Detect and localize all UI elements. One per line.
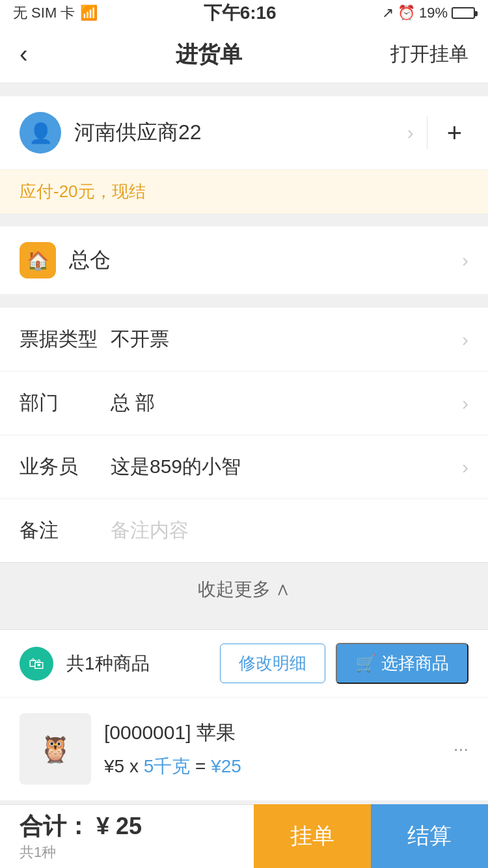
carrier-text: 无 SIM 卡: [13, 3, 75, 23]
remark-label: 备注: [20, 517, 98, 544]
battery-icon: [452, 7, 475, 19]
warehouse-icon: 🏠: [20, 242, 56, 278]
select-product-button[interactable]: 🛒 选择商品: [336, 643, 468, 684]
products-header: 🛍 共1种商品 修改明细 🛒 选择商品: [0, 629, 488, 697]
warehouse-symbol: 🏠: [27, 250, 49, 271]
supplier-avatar: 👤: [20, 112, 61, 154]
invoice-chevron-icon: ›: [462, 329, 468, 351]
wifi-icon: 📶: [80, 5, 98, 21]
product-title: 苹果: [197, 722, 236, 743]
notice-bar: 应付-20元，现结: [0, 170, 488, 213]
sales-row[interactable]: 业务员 这是859的小智 ›: [0, 435, 488, 498]
nav-bar: ‹ 进货单 打开挂单: [0, 26, 488, 83]
battery-text: 19%: [419, 5, 448, 21]
sales-label: 业务员: [20, 454, 98, 480]
warehouse-chevron-icon: ›: [462, 249, 468, 271]
checkout-button[interactable]: 结算: [371, 804, 488, 868]
supplier-chevron-icon: ›: [407, 122, 414, 144]
product-price: ¥5 x 5千克 = ¥25: [104, 754, 454, 779]
unit-price: ¥5: [104, 756, 124, 776]
dept-chevron-icon: ›: [462, 392, 468, 414]
cart-select-icon: 🛒: [355, 653, 376, 673]
dept-label: 部门: [20, 390, 98, 416]
divider-3: [0, 294, 488, 307]
warehouse-row[interactable]: 🏠 总仓 ›: [0, 226, 488, 294]
equals-sign: =: [195, 756, 211, 776]
supplier-section: 👤 河南供应商22 › + 应付-20元，现结: [0, 96, 488, 213]
product-total: ¥25: [211, 756, 241, 776]
price-sep: x: [129, 756, 144, 776]
hang-button[interactable]: 挂单: [254, 804, 371, 868]
open-hang-button[interactable]: 打开挂单: [390, 41, 468, 68]
sales-value: 这是859的小智: [98, 454, 462, 480]
invoice-value: 不开票: [98, 326, 462, 353]
warehouse-name: 总仓: [69, 246, 462, 275]
products-icon: 🛍: [20, 647, 53, 681]
back-button[interactable]: ‹: [20, 40, 28, 68]
edit-detail-button[interactable]: 修改明细: [220, 644, 325, 683]
product-info: [0000001] 苹果 ¥5 x 5千克 = ¥25: [104, 720, 454, 779]
products-count: 共1种商品: [66, 651, 220, 676]
invoice-label: 票据类型: [20, 326, 98, 353]
product-thumb-icon: 🦉: [39, 734, 72, 765]
select-product-label: 选择商品: [381, 652, 449, 675]
total-count: 共1种: [20, 843, 234, 862]
vertical-divider: [427, 116, 427, 149]
total-label: 合计：: [20, 813, 90, 839]
avatar-icon: 👤: [29, 122, 53, 144]
product-id: [0000001]: [104, 722, 191, 743]
warehouse-section: 🏠 总仓 ›: [0, 226, 488, 294]
divider-2: [0, 213, 488, 226]
product-name: [0000001] 苹果: [104, 720, 454, 746]
product-item: 🦉 [0000001] 苹果 ¥5 x 5千克 = ¥25 ···: [0, 697, 488, 800]
collapse-label: 收起更多 ∧: [198, 579, 291, 599]
total-value: ¥ 25: [96, 813, 142, 839]
total-section: 合计： ¥ 25 共1种: [0, 804, 254, 868]
supplier-name: 河南供应商22: [74, 118, 407, 147]
divider-1: [0, 83, 488, 96]
collapse-bar[interactable]: 收起更多 ∧: [0, 562, 488, 616]
product-thumbnail: 🦉: [20, 713, 91, 785]
remark-row[interactable]: 备注 备注内容: [0, 498, 488, 562]
add-supplier-button[interactable]: +: [441, 118, 468, 148]
status-bar: 无 SIM 卡 📶 下午6:16 ↗ ⏰ 19%: [0, 0, 488, 26]
alarm-icon: ⏰: [398, 5, 415, 21]
dept-value: 总 部: [98, 390, 462, 416]
cart-icon: 🛍: [29, 655, 44, 673]
status-left: 无 SIM 卡 📶: [13, 3, 98, 23]
total-amount: 合计： ¥ 25: [20, 811, 234, 843]
dept-row[interactable]: 部门 总 部 ›: [0, 371, 488, 435]
status-time: 下午6:16: [204, 1, 277, 25]
invoice-row[interactable]: 票据类型 不开票 ›: [0, 307, 488, 371]
sales-chevron-icon: ›: [462, 456, 468, 478]
form-section: 票据类型 不开票 › 部门 总 部 › 业务员 这是859的小智 › 备注 备注…: [0, 307, 488, 562]
remark-input[interactable]: 备注内容: [98, 517, 468, 544]
product-qty: 5千克: [144, 756, 191, 776]
notice-text: 应付-20元，现结: [20, 182, 146, 201]
product-more-button[interactable]: ···: [454, 739, 468, 759]
page-title: 进货单: [176, 40, 242, 70]
bottom-bar: 合计： ¥ 25 共1种 挂单 结算: [0, 804, 488, 868]
supplier-row[interactable]: 👤 河南供应商22 › +: [0, 96, 488, 170]
status-right: ↗ ⏰ 19%: [382, 5, 475, 21]
location-icon: ↗: [382, 5, 394, 21]
